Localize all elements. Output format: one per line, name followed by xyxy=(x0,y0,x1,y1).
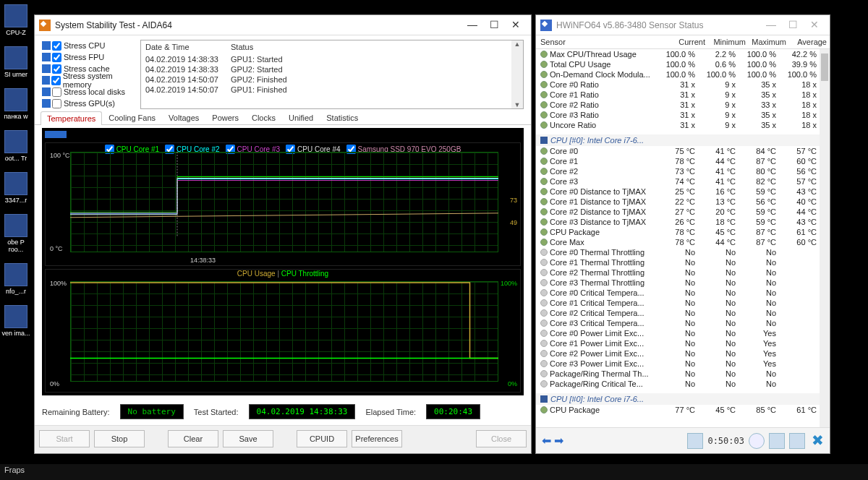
hwi-scrollbar[interactable] xyxy=(820,49,830,427)
start-button[interactable]: Start xyxy=(39,430,90,447)
col-average[interactable]: Average xyxy=(786,38,827,46)
tab-powers[interactable]: Powers xyxy=(205,111,245,124)
sensor-row[interactable]: Core #1 78 °C 44 °C 87 °C 60 °C xyxy=(536,156,830,166)
sensor-row[interactable]: Core #2 Power Limit Exc... No No Yes xyxy=(536,348,830,359)
sensor-row[interactable]: Core #3 Critical Tempera... No No No xyxy=(536,318,830,328)
sensor-row[interactable]: Core #1 Thermal Throttling No No No xyxy=(536,257,830,267)
sensor-row[interactable]: CPU Package 78 °C 45 °C 87 °C 61 °C xyxy=(536,227,830,237)
sensor-row[interactable]: Core #2 73 °C 41 °C 80 °C 56 °C xyxy=(536,166,830,176)
desktop-icon[interactable]: oot... Tr xyxy=(1,130,30,162)
close-button[interactable]: ✕ xyxy=(505,17,527,33)
sensor-row[interactable]: Core #3 Ratio 31 x 9 x 35 x 18 x xyxy=(536,110,830,120)
desktop-icon[interactable]: SI urner xyxy=(1,46,30,78)
nav-arrows[interactable]: ⬅➡ xyxy=(540,434,565,447)
cpuid-button[interactable]: CPUID xyxy=(297,430,347,447)
aida-titlebar[interactable]: System Stability Test - AIDA64 — ☐ ✕ xyxy=(35,15,531,35)
tab-statistics[interactable]: Statistics xyxy=(320,111,365,124)
sensor-current: No xyxy=(655,369,695,378)
sensor-row[interactable]: Core #0 75 °C 41 °C 84 °C 57 °C xyxy=(536,146,830,156)
clear-button[interactable]: Clear xyxy=(168,430,218,447)
log-row[interactable]: 04.02.2019 14:50:07GPU2: Finished xyxy=(141,74,523,85)
stress-checkbox[interactable] xyxy=(52,64,61,74)
sensor-row[interactable]: On-Demand Clock Modula... 100.0 % 100.0 … xyxy=(536,69,830,80)
tab-temperatures[interactable]: Temperatures xyxy=(41,111,102,125)
taskbar[interactable]: Fraps xyxy=(0,464,868,480)
sensor-row[interactable]: Package/Ring Thermal Th... No No No xyxy=(536,369,830,379)
sensor-row[interactable]: Core Max 78 °C 44 °C 87 °C 60 °C xyxy=(536,237,830,247)
refresh-icon[interactable] xyxy=(687,433,703,449)
desktop-icon[interactable]: CPU-Z xyxy=(1,4,30,36)
log-row[interactable]: 04.02.2019 14:50:07GPU1: Finished xyxy=(141,85,523,95)
desktop-icon[interactable]: ven ima... xyxy=(1,305,30,337)
hwi-titlebar[interactable]: HWiNFO64 v5.86-3480 Sensor Status — ☐ ✕ xyxy=(536,15,830,35)
reset-icon[interactable] xyxy=(789,433,805,449)
desktop-icon[interactable]: панка w xyxy=(1,88,30,120)
sensor-row[interactable]: Core #1 Power Limit Exc... No No Yes xyxy=(536,338,830,348)
stress-option[interactable]: Stress local disks xyxy=(42,86,135,98)
desktop-icon[interactable]: 3347...r xyxy=(1,172,30,204)
sensor-row[interactable]: Core #2 Critical Tempera... No No No xyxy=(536,308,830,318)
sensor-row[interactable]: Core #0 Distance to TjMAX 25 °C 16 °C 59… xyxy=(536,187,830,197)
stress-checkbox[interactable] xyxy=(52,87,61,97)
hwi-minimize-button[interactable]: — xyxy=(760,17,782,33)
scrollbar-thumb[interactable] xyxy=(821,53,828,81)
col-current[interactable]: Current xyxy=(665,38,705,46)
col-sensor[interactable]: Sensor xyxy=(540,38,665,46)
maximize-button[interactable]: ☐ xyxy=(483,17,505,33)
col-maximum[interactable]: Maximum xyxy=(746,38,786,46)
stop-button[interactable]: Stop xyxy=(94,430,145,447)
sensor-row[interactable]: Core #1 Distance to TjMAX 22 °C 13 °C 56… xyxy=(536,197,830,207)
preferences-button[interactable]: Preferences xyxy=(352,430,402,447)
sensor-row[interactable]: Core #0 Thermal Throttling No No No xyxy=(536,247,830,257)
stress-checkbox[interactable] xyxy=(51,76,61,85)
stress-checkbox[interactable] xyxy=(52,99,61,108)
sensor-row[interactable]: Max CPU/Thread Usage 100.0 % 2.2 % 100.0… xyxy=(536,49,830,59)
hwi-sensor-list[interactable]: Max CPU/Thread Usage 100.0 % 2.2 % 100.0… xyxy=(536,49,830,427)
stress-option[interactable]: Stress system memory xyxy=(42,74,135,86)
minimize-button[interactable]: — xyxy=(461,17,483,33)
log-icon[interactable] xyxy=(769,433,785,449)
sensor-row[interactable]: Core #3 Power Limit Exc... No No Yes xyxy=(536,359,830,369)
log-row[interactable]: 04.02.2019 14:38:33GPU1: Started xyxy=(141,54,523,64)
sensor-row[interactable]: Core #3 Thermal Throttling No No No xyxy=(536,278,830,288)
sensor-row[interactable]: Core #2 Distance to TjMAX 27 °C 20 °C 59… xyxy=(536,207,830,217)
sensor-row[interactable]: Core #1 Ratio 31 x 9 x 35 x 18 x xyxy=(536,90,830,100)
stress-checkbox[interactable] xyxy=(52,41,61,51)
sensor-row[interactable]: Uncore Ratio 31 x 9 x 35 x 18 x xyxy=(536,120,830,130)
tab-unified[interactable]: Unified xyxy=(282,111,320,124)
hwi-close-button[interactable]: ✕ xyxy=(804,17,825,33)
col-minimum[interactable]: Minimum xyxy=(705,38,746,46)
stress-checkbox[interactable] xyxy=(52,53,61,62)
hwi-maximize-button[interactable]: ☐ xyxy=(782,17,804,33)
stress-option[interactable]: Stress CPU xyxy=(42,40,135,51)
event-log[interactable]: Date & Time Status 04.02.2019 14:38:33GP… xyxy=(140,40,524,109)
save-button[interactable]: Save xyxy=(223,430,273,447)
tab-cooling fans[interactable]: Cooling Fans xyxy=(102,111,162,124)
sensor-row[interactable]: Package/Ring Critical Te... No No No xyxy=(536,379,830,389)
tab-voltages[interactable]: Voltages xyxy=(162,111,205,124)
clock-icon[interactable] xyxy=(749,433,765,449)
sensor-row[interactable]: Total CPU Usage 100.0 % 0.6 % 100.0 % 39… xyxy=(536,59,830,69)
taskbar-item[interactable]: Fraps xyxy=(4,466,25,474)
hwi-column-headers[interactable]: Sensor Current Minimum Maximum Average xyxy=(536,35,830,49)
sensor-row[interactable]: Core #0 Power Limit Exc... No No Yes xyxy=(536,328,830,338)
sensor-row[interactable]: Core #2 Thermal Throttling No No No xyxy=(536,267,830,278)
desktop-icon[interactable]: obe P roo... xyxy=(1,214,30,253)
sensor-row[interactable]: CPU Package 77 °C 45 °C 85 °C 61 °C xyxy=(536,405,830,415)
desktop-icon[interactable]: nfo_...r xyxy=(1,263,30,295)
stress-option[interactable]: Stress FPU xyxy=(42,51,135,63)
log-scrollbar[interactable] xyxy=(511,40,523,108)
sensor-row[interactable]: Core #0 Ratio 31 x 9 x 35 x 18 x xyxy=(536,80,830,90)
sensor-group[interactable]: CPU [#0]: Intel Core i7-6... xyxy=(536,134,830,146)
sensor-row[interactable]: Core #1 Critical Tempera... No No No xyxy=(536,298,830,308)
sensor-row[interactable]: Core #0 Critical Tempera... No No No xyxy=(536,288,830,298)
close-dialog-button[interactable]: Close xyxy=(476,430,527,447)
sensor-group[interactable]: CPU [#0]: Intel Core i7-6... xyxy=(536,393,830,405)
sensor-row[interactable]: Core #3 74 °C 41 °C 82 °C 57 °C xyxy=(536,176,830,187)
log-row[interactable]: 04.02.2019 14:38:33GPU2: Started xyxy=(141,64,523,74)
exit-icon[interactable]: ✖ xyxy=(809,433,825,449)
stress-option[interactable]: Stress GPU(s) xyxy=(42,98,135,109)
sensor-row[interactable]: Core #3 Distance to TjMAX 26 °C 18 °C 59… xyxy=(536,217,830,227)
tab-clocks[interactable]: Clocks xyxy=(245,111,282,124)
sensor-row[interactable]: Core #2 Ratio 31 x 9 x 33 x 18 x xyxy=(536,100,830,110)
